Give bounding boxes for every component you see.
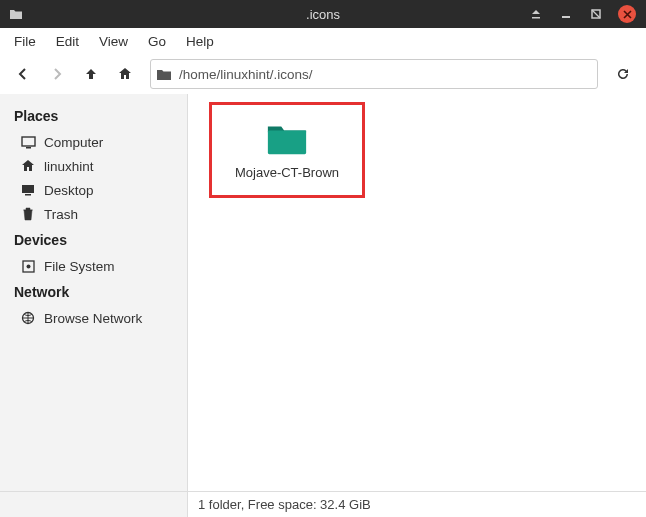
- titlebar: .icons: [0, 0, 646, 28]
- folder-icon[interactable]: [265, 121, 309, 157]
- reload-button[interactable]: [608, 59, 638, 89]
- svg-rect-2: [22, 137, 35, 146]
- up-button[interactable]: [76, 59, 106, 89]
- menu-file[interactable]: File: [6, 31, 44, 52]
- menu-go[interactable]: Go: [140, 31, 174, 52]
- trash-icon: [20, 206, 36, 222]
- back-button[interactable]: [8, 59, 38, 89]
- sidebar-item-computer[interactable]: Computer: [6, 130, 181, 154]
- home-icon: [20, 158, 36, 174]
- status-spacer: [0, 492, 188, 517]
- folder-item-highlight: Mojave-CT-Brown: [209, 102, 365, 198]
- svg-rect-5: [25, 194, 31, 196]
- sidebar-item-browse-network[interactable]: Browse Network: [6, 306, 181, 330]
- sidebar-item-label: Computer: [44, 135, 103, 150]
- svg-rect-0: [562, 16, 570, 18]
- sidebar-item-label: Browse Network: [44, 311, 142, 326]
- menu-help[interactable]: Help: [178, 31, 222, 52]
- home-button[interactable]: [110, 59, 140, 89]
- svg-point-7: [26, 264, 30, 268]
- menu-view[interactable]: View: [91, 31, 136, 52]
- menubar: File Edit View Go Help: [0, 28, 646, 54]
- folder-label[interactable]: Mojave-CT-Brown: [235, 165, 339, 180]
- sidebar-item-trash[interactable]: Trash: [6, 202, 181, 226]
- disk-icon: [20, 258, 36, 274]
- close-button[interactable]: [618, 5, 636, 23]
- folder-icon: [155, 67, 173, 81]
- folder-icon: [8, 6, 24, 22]
- sidebar-item-label: linuxhint: [44, 159, 94, 174]
- keep-above-button[interactable]: [528, 6, 544, 22]
- svg-rect-4: [22, 185, 34, 193]
- places-header: Places: [6, 102, 181, 130]
- file-manager-window: .icons File Edit View Go Help: [0, 0, 646, 517]
- forward-button[interactable]: [42, 59, 72, 89]
- sidebar-item-desktop[interactable]: Desktop: [6, 178, 181, 202]
- location-bar[interactable]: /home/linuxhint/.icons/: [150, 59, 598, 89]
- devices-header: Devices: [6, 226, 181, 254]
- maximize-button[interactable]: [588, 6, 604, 22]
- sidebar: Places Computer linuxhint: [0, 94, 188, 491]
- desktop-icon: [20, 182, 36, 198]
- sidebar-item-label: Desktop: [44, 183, 94, 198]
- window-controls: [528, 5, 646, 23]
- window-title: .icons: [306, 7, 340, 22]
- network-header: Network: [6, 278, 181, 306]
- content-area: Places Computer linuxhint: [0, 94, 646, 491]
- monitor-icon: [20, 134, 36, 150]
- window-content: File Edit View Go Help /: [0, 28, 646, 517]
- sidebar-item-home[interactable]: linuxhint: [6, 154, 181, 178]
- location-path: /home/linuxhint/.icons/: [179, 67, 313, 82]
- menu-edit[interactable]: Edit: [48, 31, 87, 52]
- minimize-button[interactable]: [558, 6, 574, 22]
- status-text: 1 folder, Free space: 32.4 GiB: [188, 497, 371, 512]
- sidebar-item-filesystem[interactable]: File System: [6, 254, 181, 278]
- svg-rect-9: [268, 130, 306, 154]
- globe-icon: [20, 310, 36, 326]
- statusbar: 1 folder, Free space: 32.4 GiB: [0, 491, 646, 517]
- sidebar-item-label: File System: [44, 259, 115, 274]
- sidebar-item-label: Trash: [44, 207, 78, 222]
- toolbar: /home/linuxhint/.icons/: [0, 54, 646, 94]
- svg-rect-3: [26, 147, 31, 149]
- file-view[interactable]: Mojave-CT-Brown: [188, 94, 646, 491]
